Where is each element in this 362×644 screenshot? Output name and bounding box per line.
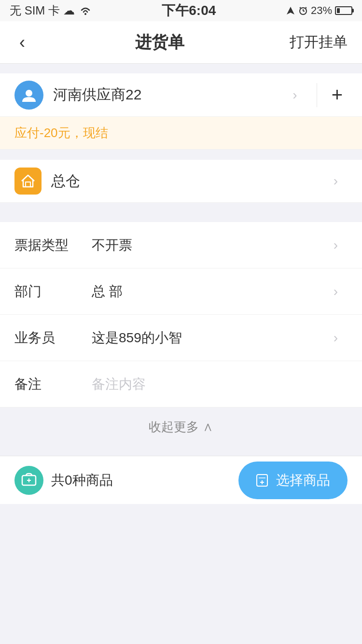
form-section: 票据类型 不开票 › 部门 总 部 › 业务员 这是859的小智 › 备注 备注… bbox=[0, 222, 362, 407]
nav-bar: ‹ 进货单 打开挂单 bbox=[0, 21, 362, 64]
dept-chevron-icon: › bbox=[334, 284, 338, 299]
battery-icon bbox=[335, 6, 352, 15]
wifi-icon bbox=[79, 5, 92, 16]
supplier-section: 河南供应商22 › + 应付-20元，现结 bbox=[0, 73, 362, 150]
svg-rect-8 bbox=[26, 182, 30, 187]
status-time: 下午6:04 bbox=[162, 1, 216, 20]
add-button[interactable]: + bbox=[327, 84, 348, 106]
dept-label: 部门 bbox=[14, 282, 82, 301]
select-product-icon bbox=[256, 473, 271, 488]
content-area: 河南供应商22 › + 应付-20元，现结 总仓 › 票据类型 bbox=[0, 64, 362, 644]
status-bar: 无 SIM 卡 ☁ 下午6:04 23% bbox=[0, 0, 362, 21]
sim-label: 无 SIM 卡 ☁ bbox=[10, 3, 75, 18]
supplier-name: 河南供应商22 bbox=[53, 85, 292, 105]
status-left: 无 SIM 卡 ☁ bbox=[10, 3, 92, 18]
invoice-row[interactable]: 票据类型 不开票 › bbox=[0, 222, 362, 268]
product-count: 共0种商品 bbox=[51, 471, 238, 490]
battery-percent: 23% bbox=[311, 4, 332, 17]
collapse-row[interactable]: 收起更多 ∧ bbox=[0, 407, 362, 446]
svg-point-7 bbox=[26, 90, 32, 97]
back-button[interactable]: ‹ bbox=[14, 28, 30, 57]
invoice-chevron-icon: › bbox=[334, 238, 338, 253]
warehouse-section: 总仓 › bbox=[0, 159, 362, 203]
section-gap-1 bbox=[0, 64, 362, 73]
empty-area bbox=[0, 504, 362, 644]
svg-line-5 bbox=[300, 7, 301, 8]
warehouse-name: 总仓 bbox=[51, 171, 334, 191]
remark-row[interactable]: 备注 备注内容 bbox=[0, 361, 362, 407]
page-title: 进货单 bbox=[135, 31, 184, 54]
status-right: 23% bbox=[286, 4, 352, 17]
select-product-button[interactable]: 选择商品 bbox=[238, 462, 348, 499]
svg-point-0 bbox=[84, 13, 86, 15]
warehouse-row[interactable]: 总仓 › bbox=[0, 159, 362, 203]
bottom-bar: 共0种商品 选择商品 bbox=[0, 456, 362, 504]
home-icon bbox=[19, 172, 37, 190]
dept-value: 总 部 bbox=[82, 282, 334, 301]
alarm-icon bbox=[298, 6, 308, 15]
notice-text: 应付-20元，现结 bbox=[14, 126, 108, 140]
invoice-value: 不开票 bbox=[82, 236, 334, 254]
notice-row: 应付-20元，现结 bbox=[0, 117, 362, 150]
sales-row[interactable]: 业务员 这是859的小智 › bbox=[0, 315, 362, 361]
dept-row[interactable]: 部门 总 部 › bbox=[0, 268, 362, 315]
location-icon bbox=[286, 6, 295, 15]
section-gap-3 bbox=[0, 203, 362, 212]
supplier-row[interactable]: 河南供应商22 › + bbox=[0, 73, 362, 117]
supplier-chevron-icon: › bbox=[292, 87, 297, 103]
supplier-avatar bbox=[14, 81, 43, 110]
cart-icon bbox=[20, 472, 38, 489]
remark-label: 备注 bbox=[14, 375, 82, 393]
person-icon bbox=[20, 86, 38, 104]
remark-input[interactable]: 备注内容 bbox=[82, 375, 348, 393]
sales-chevron-icon: › bbox=[334, 330, 338, 346]
section-gap-2 bbox=[0, 150, 362, 159]
select-product-label: 选择商品 bbox=[276, 471, 330, 490]
collapse-label: 收起更多 ∧ bbox=[149, 419, 213, 435]
divider bbox=[317, 83, 317, 107]
warehouse-chevron-icon: › bbox=[334, 173, 338, 189]
open-pending-button[interactable]: 打开挂单 bbox=[290, 32, 348, 52]
svg-marker-1 bbox=[287, 7, 294, 14]
sales-label: 业务员 bbox=[14, 329, 82, 347]
warehouse-icon bbox=[14, 168, 42, 195]
svg-line-6 bbox=[306, 7, 306, 8]
cart-icon-wrap bbox=[14, 466, 43, 495]
sales-value: 这是859的小智 bbox=[82, 329, 334, 347]
invoice-label: 票据类型 bbox=[14, 236, 82, 254]
